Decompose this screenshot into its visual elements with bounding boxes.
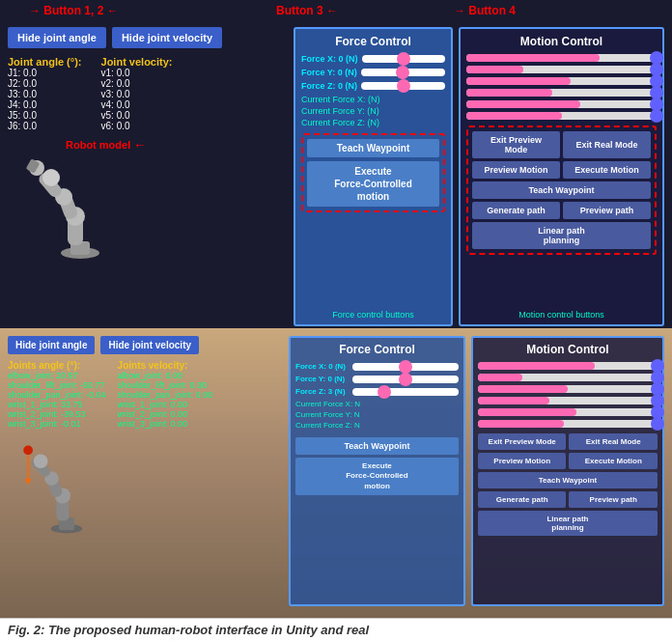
hide-joint-velocity-button[interactable]: Hide joint velocity (112, 27, 222, 48)
bfc-z-track[interactable] (352, 388, 459, 396)
force-y-slider-row: Force Y: 0 (N) (301, 68, 445, 77)
svg-point-17 (34, 454, 48, 468)
j6-angle: J6: 0.0 (8, 121, 82, 131)
ms-track-6[interactable] (466, 112, 657, 120)
bms-track-2[interactable] (478, 374, 658, 381)
ba-wrist1: wrist_1_joint: 33.75 (8, 400, 106, 409)
svg-point-7 (42, 169, 60, 186)
bottom-force-control-panel: Force Control Force X: 0 (N) Force Y: 0 … (289, 336, 465, 606)
bms-row-1 (478, 362, 658, 370)
bmc-execute-motion-button[interactable]: Execute Motion (569, 453, 658, 469)
j5-angle: J5: 0.0 (8, 110, 82, 121)
top-btn-row: Hide joint angle Hide joint velocity (8, 27, 288, 48)
preview-motion-button[interactable]: Preview Motion (472, 161, 560, 179)
annotation-btn4: → Button 4 (454, 4, 516, 17)
bmc-buttons-area: Exit Preview Mode Exit Real Mode Preview… (478, 433, 658, 536)
ms-track-5[interactable] (466, 100, 657, 108)
ba-wrist3: wrist_3_joint: -0.01 (8, 419, 106, 429)
bottom-content: Hide joint angle Hide joint velocity Joi… (8, 336, 664, 610)
bfc-y-track[interactable] (352, 376, 459, 383)
generate-path-button[interactable]: Generate path (472, 202, 560, 219)
j4-angle: J4: 0.0 (8, 99, 82, 110)
bfc-current-x: Current Force X: N (295, 400, 459, 408)
bms-track-1[interactable] (478, 362, 658, 370)
bms-row-5 (478, 408, 658, 416)
ms-row-6 (466, 112, 657, 120)
bottom-execute-force-button[interactable]: Execute Force-Controlled motion (295, 458, 459, 495)
linear-path-button[interactable]: Linear path planning (472, 222, 651, 249)
bfc-x-row: Force X: 0 (N) (295, 362, 459, 371)
force-x-thumb[interactable] (397, 52, 410, 66)
force-x-slider-row: Force X: 0 (N) (301, 54, 445, 64)
bms-fill-2 (478, 374, 523, 381)
bms-track-4[interactable] (478, 397, 658, 404)
bmc-preview-path-button[interactable]: Preview path (569, 491, 658, 508)
ms-track-4[interactable] (466, 89, 657, 97)
bottom-robot-model-svg (8, 436, 133, 543)
j3-angle: J3: 0.0 (8, 89, 82, 99)
bmc-exit-real-button[interactable]: Exit Real Mode (569, 433, 658, 450)
bms-thumb-6[interactable] (651, 417, 664, 431)
bottom-hide-joint-angle-button[interactable]: Hide joint angle (8, 336, 95, 354)
svg-point-18 (23, 446, 33, 456)
hide-joint-angle-button[interactable]: Hide joint angle (8, 27, 106, 48)
bmc-linear-path-button[interactable]: Linear path planning (478, 511, 658, 536)
motion-sliders-container: J1: 0° J2: -90° J3: 0° J4: -90° J5: 0° J… (466, 54, 657, 120)
annotation-btn3: Button 3 ← (276, 4, 338, 17)
bfc-y-thumb[interactable] (399, 373, 412, 386)
j2-angle: J2: 0.0 (8, 78, 82, 89)
bmc-preview-motion-button[interactable]: Preview Motion (478, 453, 567, 469)
preview-path-button[interactable]: Preview path (563, 202, 651, 219)
ms-thumb-6[interactable] (650, 109, 663, 123)
bfc-y-label: Force Y: 0 (N) (295, 375, 349, 383)
execute-motion-button[interactable]: Execute Motion (563, 161, 651, 179)
current-force-y: Current Force Y: (N) (301, 106, 445, 116)
ms-track-1[interactable] (466, 54, 657, 62)
bottom-teach-waypoint-button[interactable]: Teach Waypoint (295, 437, 459, 455)
bms-fill-6 (478, 420, 564, 428)
bfc-x-track[interactable] (352, 363, 459, 371)
force-x-track[interactable] (362, 55, 445, 63)
bottom-joint-info: Joints angle (°): elbow_joint: 20.97 sho… (8, 360, 283, 429)
bfc-x-label: Force X: 0 (N) (295, 362, 349, 371)
top-left-section: Hide joint angle Hide joint velocity Joi… (8, 8, 288, 320)
ms-track-2[interactable] (466, 66, 657, 73)
bms-track-5[interactable] (478, 408, 658, 416)
bms-track-3[interactable] (478, 385, 658, 393)
exit-real-mode-button[interactable]: Exit Real Mode (563, 131, 651, 158)
teach-waypoint-button[interactable]: Teach Waypoint (307, 139, 439, 157)
execute-force-motion-button[interactable]: Execute Force-Controlled motion (307, 161, 439, 207)
force-y-thumb[interactable] (396, 66, 409, 79)
bottom-angle-col: Joints angle (°): elbow_joint: 20.97 sho… (8, 360, 106, 429)
robot-model-area: Robot model ← (8, 139, 288, 266)
exit-preview-mode-button[interactable]: Exit Preview Mode (472, 131, 560, 158)
robot-arrow: ← (133, 137, 147, 153)
motion-buttons-label: Motion control buttons (461, 310, 662, 320)
ms-track-3[interactable] (466, 77, 657, 85)
bfc-z-thumb[interactable] (378, 385, 391, 399)
bms-track-6[interactable] (478, 420, 658, 428)
bottom-hide-joint-velocity-button[interactable]: Hide joint velocity (100, 336, 199, 354)
bmc-exit-preview-button[interactable]: Exit Preview Mode (478, 433, 567, 450)
current-force-x: Current Force X: (N) (301, 95, 445, 104)
bfc-x-thumb[interactable] (399, 360, 412, 374)
bottom-panel: Hide joint angle Hide joint velocity Joi… (0, 328, 672, 618)
bv-wrist2: wrist_2_joint: 0.00 (118, 409, 213, 419)
force-buttons-label: Force control buttons (295, 310, 451, 320)
ms-row-3 (466, 77, 657, 85)
ms-fill-4 (466, 89, 552, 97)
v5-value: v5: 0.0 (101, 110, 173, 121)
force-z-track[interactable] (361, 82, 445, 90)
force-dashed-box: Teach Waypoint Execute Force-Controlled … (301, 133, 445, 212)
bottom-velocity-col: Joints velocity: albow_joint: 0.00 shoul… (118, 360, 213, 429)
teach-waypoint-motion-button[interactable]: Teach Waypoint (472, 181, 651, 199)
bfc-z-row: Force Z: 3 (N) (295, 387, 459, 396)
force-z-thumb[interactable] (397, 79, 410, 93)
force-y-track[interactable] (361, 69, 445, 76)
top-velocity-col: Joint velocity: v1: 0.0 v2: 0.0 v3: 0.0 … (101, 56, 173, 131)
bottom-velocity-header: Joints velocity: (118, 360, 213, 371)
bms-fill-4 (478, 397, 549, 404)
bmc-generate-path-button[interactable]: Generate path (478, 491, 567, 508)
bmc-teach-waypoint-button[interactable]: Teach Waypoint (478, 472, 658, 488)
bv-shoulder-pan: shoulder_pan_joint: 0.00 (118, 390, 213, 400)
